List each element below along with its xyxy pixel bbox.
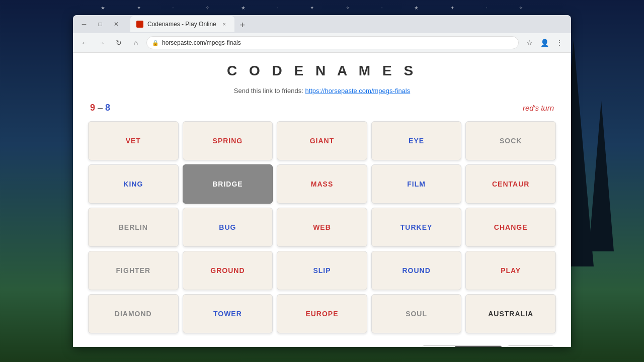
- forward-button[interactable]: →: [95, 36, 108, 49]
- card-tower[interactable]: TOWER: [183, 294, 273, 333]
- url-text: horsepaste.com/mpegs-finals: [162, 39, 241, 46]
- card-turkey[interactable]: TURKEY: [371, 208, 462, 247]
- home-button[interactable]: ⌂: [129, 36, 142, 49]
- address-bar[interactable]: 🔒 horsepaste.com/mpegs-finals: [146, 36, 519, 49]
- card-mass[interactable]: MASS: [277, 164, 367, 204]
- window-controls: ─ □ ✕: [77, 20, 123, 29]
- red-score: 9: [90, 103, 95, 113]
- score-dash: –: [98, 103, 103, 113]
- nav-actions: ☆ 👤 ⋮: [523, 36, 566, 49]
- menu-button[interactable]: ⋮: [553, 36, 566, 49]
- card-film[interactable]: FILM: [371, 164, 462, 204]
- turn-indicator: red's turn: [523, 104, 554, 112]
- card-berlin[interactable]: BERLIN: [88, 208, 179, 247]
- view-toggle-group: Player Spymaster: [422, 345, 502, 347]
- card-sock[interactable]: SOCK: [465, 121, 556, 160]
- score-row: 9 – 8 red's turn: [88, 103, 556, 113]
- game-grid: VETSPRINGGIANTEYESOCKKINGBRIDGEMASSFILMC…: [88, 121, 556, 333]
- blue-score: 8: [105, 103, 110, 113]
- card-eye[interactable]: EYE: [371, 121, 462, 160]
- page-content: C O D E N A M E S Send this link to frie…: [73, 53, 571, 347]
- lock-icon: 🔒: [152, 40, 159, 46]
- nav-bar: ← → ↻ ⌂ 🔒 horsepaste.com/mpegs-finals ☆ …: [73, 33, 571, 53]
- card-diamond[interactable]: DIAMOND: [88, 294, 179, 333]
- browser-window: ─ □ ✕ Codenames - Play Online × + ← → ↻ …: [73, 15, 571, 347]
- new-tab-button[interactable]: +: [235, 18, 250, 32]
- tab-title: Codenames - Play Online: [147, 21, 216, 28]
- next-game-button[interactable]: Next game: [507, 345, 554, 347]
- card-spring[interactable]: SPRING: [183, 121, 273, 160]
- player-mode-button[interactable]: Player: [423, 346, 456, 347]
- bottom-bar: Player Player Spymaster Next game: [88, 341, 556, 347]
- card-bridge[interactable]: BRIDGE: [183, 164, 273, 204]
- minimize-button[interactable]: ─: [77, 20, 91, 29]
- title-bar: ─ □ ✕ Codenames - Play Online × +: [73, 15, 571, 33]
- card-centaur[interactable]: CENTAUR: [465, 164, 556, 204]
- back-button[interactable]: ←: [78, 36, 91, 49]
- card-web[interactable]: WEB: [277, 208, 367, 247]
- page-title: C O D E N A M E S: [88, 63, 556, 79]
- card-king[interactable]: KING: [88, 164, 179, 204]
- card-giant[interactable]: GIANT: [277, 121, 367, 160]
- share-link-text: Send this link to friends: https://horse…: [88, 87, 556, 95]
- profile-button[interactable]: 👤: [538, 36, 551, 49]
- card-vet[interactable]: VET: [88, 121, 179, 160]
- score-display: 9 – 8: [90, 103, 110, 113]
- share-url-link[interactable]: https://horsepaste.com/mpegs-finals: [305, 87, 410, 95]
- favicon: [136, 21, 143, 28]
- active-tab[interactable]: Codenames - Play Online ×: [130, 16, 234, 32]
- maximize-button[interactable]: □: [93, 20, 107, 29]
- card-bug[interactable]: BUG: [183, 208, 273, 247]
- card-soul[interactable]: SOUL: [371, 294, 462, 333]
- card-fighter[interactable]: FIGHTER: [88, 251, 179, 290]
- spymaster-mode-button[interactable]: Spymaster: [455, 346, 502, 347]
- card-australia[interactable]: AUSTRALIA: [465, 294, 556, 333]
- tab-close-button[interactable]: ×: [220, 20, 228, 28]
- card-ground[interactable]: GROUND: [183, 251, 273, 290]
- card-change[interactable]: CHANGE: [465, 208, 556, 247]
- tab-bar: Codenames - Play Online × +: [126, 16, 254, 32]
- bookmark-button[interactable]: ☆: [523, 36, 536, 49]
- card-europe[interactable]: EUROPE: [277, 294, 367, 333]
- close-button[interactable]: ✕: [109, 20, 123, 29]
- card-round[interactable]: ROUND: [371, 251, 462, 290]
- card-play[interactable]: PLAY: [465, 251, 556, 290]
- card-slip[interactable]: SLIP: [277, 251, 367, 290]
- reload-button[interactable]: ↻: [112, 36, 125, 49]
